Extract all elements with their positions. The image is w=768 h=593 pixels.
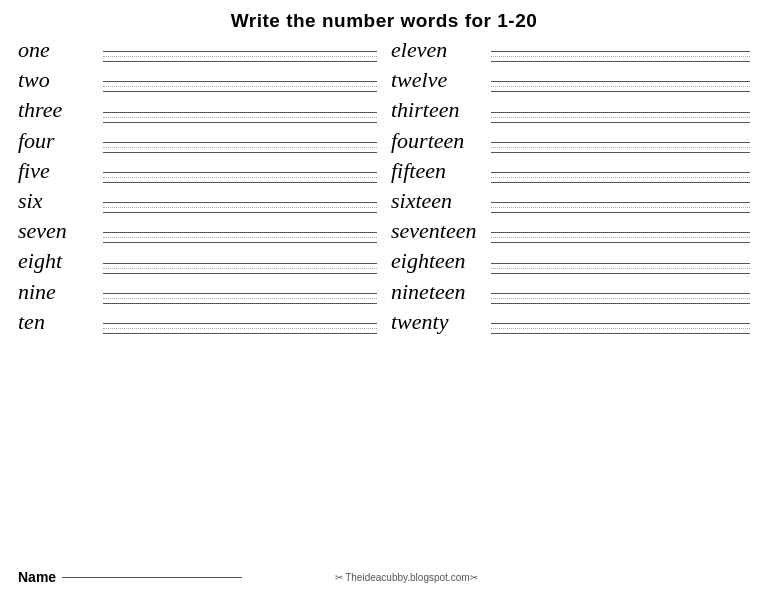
word-row-nine: nine — [18, 280, 377, 307]
word-row-six: six — [18, 189, 377, 216]
word-label-five: five — [18, 159, 103, 185]
dotted-line — [103, 298, 377, 299]
word-row-twenty: twenty — [391, 310, 750, 337]
solid-line — [491, 142, 750, 143]
word-label-four: four — [18, 129, 103, 155]
write-lines-five[interactable] — [103, 172, 377, 185]
word-row-thirteen: thirteen — [391, 98, 750, 125]
solid-line-2 — [491, 333, 750, 334]
solid-line-2 — [491, 152, 750, 153]
write-lines-two[interactable] — [103, 81, 377, 94]
dotted-line — [491, 117, 750, 118]
solid-line — [491, 323, 750, 324]
write-lines-four[interactable] — [103, 142, 377, 155]
solid-line — [491, 51, 750, 52]
write-lines-nine[interactable] — [103, 293, 377, 306]
word-label-thirteen: thirteen — [391, 98, 491, 124]
dotted-line — [491, 207, 750, 208]
word-label-eleven: eleven — [391, 38, 491, 64]
dotted-line — [491, 177, 750, 178]
dotted-line — [103, 86, 377, 87]
solid-line — [491, 81, 750, 82]
dotted-line — [491, 268, 750, 269]
write-lines-sixteen[interactable] — [491, 202, 750, 215]
word-row-nineteen: nineteen — [391, 280, 750, 307]
solid-line-2 — [103, 273, 377, 274]
word-label-nineteen: nineteen — [391, 280, 491, 306]
solid-line-2 — [103, 122, 377, 123]
word-row-fifteen: fifteen — [391, 159, 750, 186]
word-label-eight: eight — [18, 249, 103, 275]
write-lines-three[interactable] — [103, 112, 377, 125]
word-label-fifteen: fifteen — [391, 159, 491, 185]
word-row-three: three — [18, 98, 377, 125]
write-lines-seventeen[interactable] — [491, 232, 750, 245]
solid-line-2 — [491, 273, 750, 274]
solid-line — [103, 81, 377, 82]
solid-line-2 — [103, 333, 377, 334]
word-row-eleven: eleven — [391, 38, 750, 65]
solid-line — [491, 112, 750, 113]
write-lines-ten[interactable] — [103, 323, 377, 336]
solid-line — [103, 112, 377, 113]
solid-line — [103, 51, 377, 52]
write-lines-six[interactable] — [103, 202, 377, 215]
solid-line — [491, 202, 750, 203]
word-row-seventeen: seventeen — [391, 219, 750, 246]
word-row-twelve: twelve — [391, 68, 750, 95]
write-lines-thirteen[interactable] — [491, 112, 750, 125]
solid-line-2 — [103, 212, 377, 213]
word-label-seventeen: seventeen — [391, 219, 491, 245]
write-lines-fourteen[interactable] — [491, 142, 750, 155]
dotted-line — [491, 328, 750, 329]
footer: Name ✂ Theideacubby.blogspot.com✂ — [18, 567, 750, 585]
dotted-line — [103, 117, 377, 118]
write-lines-eight[interactable] — [103, 263, 377, 276]
word-label-seven: seven — [18, 219, 103, 245]
solid-line-2 — [491, 91, 750, 92]
write-lines-twenty[interactable] — [491, 323, 750, 336]
word-label-two: two — [18, 68, 103, 94]
right-column: eleventwelvethirteenfourteenfifteensixte… — [387, 38, 750, 563]
name-label: Name — [18, 569, 56, 585]
write-lines-twelve[interactable] — [491, 81, 750, 94]
write-lines-nineteen[interactable] — [491, 293, 750, 306]
word-row-five: five — [18, 159, 377, 186]
write-lines-fifteen[interactable] — [491, 172, 750, 185]
dotted-line — [491, 237, 750, 238]
dotted-line — [103, 147, 377, 148]
solid-line-2 — [491, 303, 750, 304]
word-label-three: three — [18, 98, 103, 124]
word-row-one: one — [18, 38, 377, 65]
footer-url: ✂ Theideacubby.blogspot.com✂ — [242, 572, 570, 583]
name-line[interactable] — [62, 577, 242, 578]
word-row-sixteen: sixteen — [391, 189, 750, 216]
write-lines-eleven[interactable] — [491, 51, 750, 64]
dotted-line — [103, 237, 377, 238]
write-lines-one[interactable] — [103, 51, 377, 64]
dotted-line — [103, 207, 377, 208]
word-label-twelve: twelve — [391, 68, 491, 94]
write-lines-seven[interactable] — [103, 232, 377, 245]
page: Write the number words for 1-20 onetwoth… — [0, 0, 768, 593]
word-row-eight: eight — [18, 249, 377, 276]
dotted-line — [103, 328, 377, 329]
dotted-line — [491, 298, 750, 299]
write-lines-eighteen[interactable] — [491, 263, 750, 276]
word-label-nine: nine — [18, 280, 103, 306]
solid-line — [491, 263, 750, 264]
dotted-line — [103, 56, 377, 57]
solid-line — [103, 172, 377, 173]
solid-line-2 — [103, 182, 377, 183]
solid-line-2 — [491, 122, 750, 123]
dotted-line — [491, 147, 750, 148]
solid-line-2 — [491, 212, 750, 213]
word-label-fourteen: fourteen — [391, 129, 491, 155]
solid-line-2 — [491, 242, 750, 243]
solid-line — [103, 323, 377, 324]
solid-line-2 — [103, 152, 377, 153]
word-label-ten: ten — [18, 310, 103, 336]
solid-line — [103, 232, 377, 233]
word-row-ten: ten — [18, 310, 377, 337]
solid-line — [103, 293, 377, 294]
